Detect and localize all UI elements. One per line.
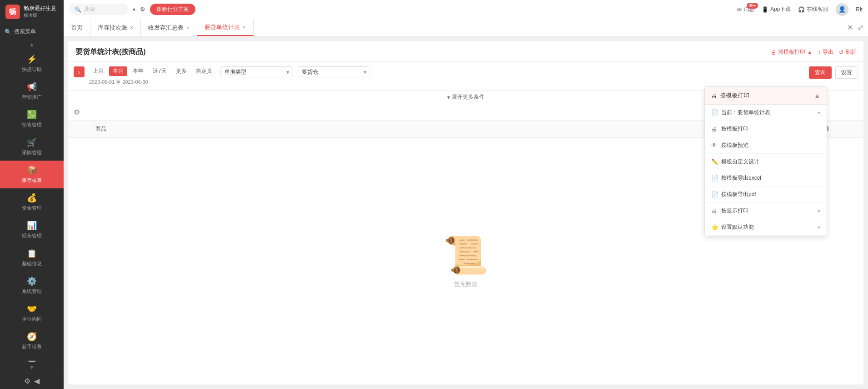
template-preview-label: 按模板预览 xyxy=(721,141,748,149)
topbar-dropdown[interactable]: ▾ xyxy=(133,6,135,13)
tab-receipt-summary-close[interactable]: × xyxy=(186,25,190,31)
topbar: 🔍 搜索 ▾ ⚙ 体验行业方案 ✉ 消息 99+ 📱 App下载 🎧 在线客服 … xyxy=(64,0,868,19)
sidebar-item-label: 系统管理 xyxy=(22,288,42,295)
date-tab-7days[interactable]: 近7天 xyxy=(149,66,170,76)
refresh-button[interactable]: ↺ 刷新 xyxy=(839,48,856,56)
sidebar-item-collab[interactable]: 🤝 企业协同 xyxy=(0,299,64,327)
sidebar-item-inventory[interactable]: 📦 库存核算 xyxy=(0,161,64,188)
page-header: 要货单统计表(按商品) 🖨 按模板打印 ▲ ↑ 导出 ↺ 刷新 xyxy=(68,41,863,62)
logo-icon: 畅 xyxy=(5,5,20,19)
sidebar-item-sales[interactable]: 💹 销售管理 xyxy=(0,105,64,133)
refresh-label: 刷新 xyxy=(845,48,856,56)
guide-icon: 🧭 xyxy=(27,332,37,342)
logo-text: 畅康通好生意 xyxy=(24,5,56,12)
finance-icon: 💰 xyxy=(27,193,37,203)
sidebar-item-guide[interactable]: 🧭 新手引导 xyxy=(0,327,64,355)
app-download-item[interactable]: 📱 App下载 xyxy=(762,5,791,13)
print-dropdown-template-excel[interactable]: 📄 按模板导出excel xyxy=(705,170,827,187)
query-label: 查询 xyxy=(815,69,826,76)
settings-button[interactable]: 设置 xyxy=(835,66,858,79)
print-button[interactable]: 🖨 按模板打印 ▲ xyxy=(771,48,813,56)
date-tab-more[interactable]: 更多 xyxy=(172,66,190,76)
print-dropdown-display-print[interactable]: 🖨 按显示打印 ▾ xyxy=(705,203,827,219)
sidebar-item-apps[interactable]: 🔲 应用中心 xyxy=(0,355,64,362)
logo-sub: 标准版 xyxy=(24,12,56,19)
basic-icon: 📋 xyxy=(27,248,37,258)
print-dropdown-template-preview[interactable]: 👁 按模板预览 xyxy=(705,137,827,154)
table-settings-icon[interactable]: ⚙ xyxy=(74,108,80,116)
print-dropdown-current[interactable]: 📄 当前：要货单统计表 ▾ xyxy=(705,105,827,121)
date-filter-group: 上月 本月 本年 近7天 更多 自定义 2023-06-01 至 2023-06… xyxy=(89,66,216,86)
expand-more-button[interactable]: ▾ 展开更多条件 xyxy=(447,93,484,101)
collapse-icon[interactable]: ◀ xyxy=(34,377,40,385)
topbar-search-text: 搜索 xyxy=(84,5,95,13)
tab-order-stats[interactable]: 要货单统计表 × xyxy=(197,19,254,36)
print-dropdown-close-icon[interactable]: ▲ xyxy=(814,92,820,99)
sidebar-item-label: 经营管理 xyxy=(22,232,42,239)
apps-icon: 🔲 xyxy=(27,359,37,362)
sidebar-scroll-down[interactable]: ▼ xyxy=(0,362,64,373)
print-dropdown: 🖨 按模板打印 ▲ 📄 当前：要货单统计表 ▾ 🖨 按模板打印 xyxy=(704,86,827,236)
display-print-icon: 🖨 xyxy=(711,207,717,214)
filter-right: 查询 设置 xyxy=(809,66,858,79)
print-dropdown-title-text: 按模板打印 xyxy=(720,91,749,100)
query-button[interactable]: 查询 xyxy=(809,66,832,79)
print-dropdown-title: 🖨 按模板打印 xyxy=(711,91,749,100)
tab-order-stats-close[interactable]: × xyxy=(243,24,246,30)
order-goods-select-wrapper: 要货仓 xyxy=(298,66,370,77)
sidebar-item-quick-nav[interactable]: ⚡ 快捷导航 xyxy=(0,50,64,77)
online-service-item[interactable]: 🎧 在线客服 xyxy=(798,5,828,13)
topbar-search-icon: 🔍 xyxy=(75,6,81,13)
print-dropdown-default-func[interactable]: ⭐ 设置默认功能 ▾ xyxy=(705,219,827,236)
tab-receipt-summary[interactable]: 收发存汇总表 × xyxy=(141,19,197,36)
current-label: 当前：要货单统计表 xyxy=(721,109,770,116)
service-icon: 🎧 xyxy=(798,6,805,13)
sidebar-item-operation[interactable]: 📊 经营管理 xyxy=(0,216,64,244)
print-dropdown-template-design[interactable]: ✏️ 模板自定义设计 xyxy=(705,154,827,170)
print-chevron-icon: ▲ xyxy=(807,49,813,56)
sidebar-item-finance[interactable]: 💰 资金管理 xyxy=(0,188,64,216)
topbar-search[interactable]: 🔍 搜索 xyxy=(69,4,128,15)
template-excel-icon: 📄 xyxy=(711,175,718,182)
tab-home[interactable]: 首页 xyxy=(64,19,90,36)
date-tab-current[interactable]: 本月 xyxy=(109,66,127,76)
tab-expand[interactable]: ⤢ xyxy=(856,22,865,33)
tab-inventory-batch[interactable]: 库存批次账 × xyxy=(90,19,141,36)
sidebar-item-purchase[interactable]: 🛒 采购管理 xyxy=(0,133,64,161)
tab-inventory-batch-close[interactable]: × xyxy=(130,25,133,31)
topbar-gear-icon[interactable]: ⚙ xyxy=(140,6,145,13)
sidebar-item-system[interactable]: ⚙️ 系统管理 xyxy=(0,272,64,299)
username[interactable]: Rit xyxy=(856,6,863,13)
date-tab-custom[interactable]: 自定义 xyxy=(192,66,216,76)
filter-expand-button[interactable]: › xyxy=(74,66,85,77)
search-icon: 🔍 xyxy=(5,29,11,35)
order-goods-filter-group: 要货仓 xyxy=(298,66,370,77)
tab-order-stats-label: 要货单统计表 xyxy=(205,23,240,31)
tab-close-all[interactable]: ✕ xyxy=(845,22,855,33)
trial-button[interactable]: 体验行业方案 xyxy=(150,4,195,15)
date-tab-prev[interactable]: 上月 xyxy=(89,66,107,76)
avatar[interactable]: 👤 xyxy=(836,3,848,16)
sidebar-search[interactable]: 🔍 搜索菜单 xyxy=(0,24,64,39)
sidebar-scroll-up[interactable]: ▲ xyxy=(0,39,64,50)
empty-text: 暂无数据 xyxy=(454,280,478,288)
order-type-select[interactable]: 单据类型 xyxy=(220,66,293,77)
order-goods-select[interactable]: 要货仓 xyxy=(298,66,370,77)
sidebar-item-label: 采购管理 xyxy=(22,149,42,156)
sidebar-item-label: 企业协同 xyxy=(22,316,42,323)
print-dropdown-template-pdf[interactable]: 📄 按模板导出pdf xyxy=(705,187,827,203)
date-tab-this-year[interactable]: 本年 xyxy=(129,66,147,76)
inventory-icon: 📦 xyxy=(27,165,37,175)
sidebar-item-basic[interactable]: 📋 基础信息 xyxy=(0,244,64,272)
sidebar-item-label: 基础信息 xyxy=(22,260,42,267)
messages-item[interactable]: ✉ 消息 99+ xyxy=(737,5,754,13)
settings-icon[interactable]: ⚙ xyxy=(24,377,30,385)
tab-home-label: 首页 xyxy=(71,24,83,32)
sidebar-item-marketing[interactable]: 📢 营销推广 xyxy=(0,77,64,105)
refresh-icon: ↺ xyxy=(839,49,843,56)
sidebar-item-label: 快捷导航 xyxy=(22,66,42,73)
export-button[interactable]: ↑ 导出 xyxy=(818,48,833,56)
content-panel: 要货单统计表(按商品) 🖨 按模板打印 ▲ ↑ 导出 ↺ 刷新 xyxy=(68,41,863,384)
app-download-label: App下载 xyxy=(770,5,791,13)
print-dropdown-template-print[interactable]: 🖨 按模板打印 xyxy=(705,121,827,137)
